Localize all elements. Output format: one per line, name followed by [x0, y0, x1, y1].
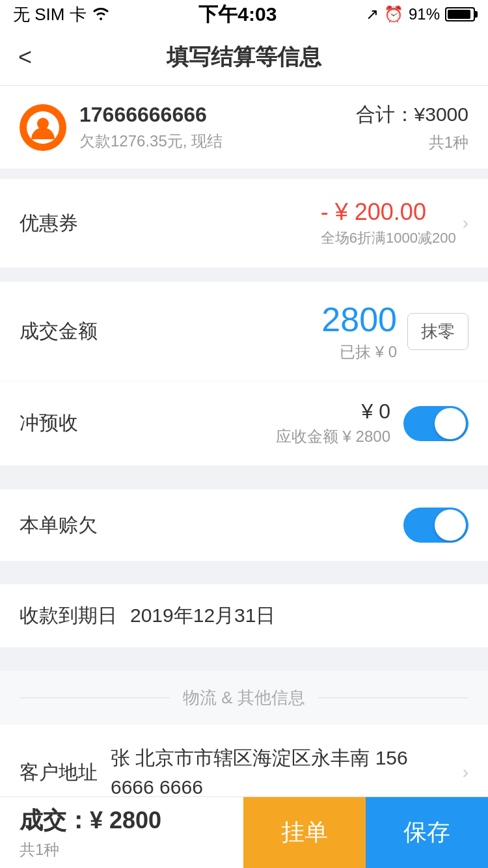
coupon-detail: - ¥ 200.00 全场6折满1000减200	[321, 198, 456, 248]
page-title: 填写结算等信息	[167, 42, 321, 72]
prepay-amount: ¥ 0	[276, 400, 390, 424]
bottom-deal-text: 成交：¥ 2800	[20, 805, 224, 837]
total-count: 共1种	[356, 132, 468, 153]
coupon-label: 优惠券	[20, 210, 78, 237]
bottom-count: 共1种	[20, 839, 224, 860]
logistics-line-left	[20, 698, 170, 698]
round-button[interactable]: 抹零	[407, 313, 468, 350]
customer-debt: 欠款1276.35元, 现结	[79, 131, 223, 152]
coupon-row[interactable]: 优惠券 - ¥ 200.00 全场6折满1000减200 ›	[0, 179, 488, 267]
content: 17666666666 欠款1276.35元, 现结 合计：¥3000 共1种 …	[0, 86, 488, 868]
status-time: 下午4:03	[198, 1, 277, 28]
section-divider-4	[0, 658, 488, 671]
logistics-divider: 物流 & 其他信息	[0, 671, 488, 725]
bottom-bar: 成交：¥ 2800 共1种 挂单 保存	[0, 796, 488, 868]
section-divider-1	[0, 269, 488, 282]
coupon-discount: - ¥ 200.00	[321, 198, 456, 226]
deal-row: 成交金额 2800 已抹 ¥ 0 抹零	[0, 282, 488, 381]
coupon-description: 全场6折满1000减200	[321, 228, 456, 248]
chevron-right-icon: ›	[463, 213, 468, 234]
section-divider-3	[0, 571, 488, 584]
deal-right: 2800 已抹 ¥ 0 抹零	[321, 300, 468, 362]
due-date-value: 2019年12月31日	[130, 603, 275, 629]
battery-icon	[445, 7, 475, 21]
logistics-text: 物流 & 其他信息	[170, 686, 318, 709]
status-bar: 无 SIM 卡 下午4:03 ↗ ⏰ 91%	[0, 0, 488, 29]
prepay-row: 冲预收 ¥ 0 应收金额 ¥ 2800	[0, 381, 488, 466]
customer-card: 17666666666 欠款1276.35元, 现结 合计：¥3000 共1种	[0, 86, 488, 169]
deal-section: 成交金额 2800 已抹 ¥ 0 抹零 冲预收 ¥ 0 应收金额 ¥ 2800	[0, 282, 488, 466]
prepay-toggle[interactable]	[403, 406, 468, 441]
status-right: ↗ ⏰ 91%	[366, 5, 475, 23]
status-left: 无 SIM 卡	[13, 3, 110, 26]
customer-info: 17666666666 欠款1276.35元, 现结	[79, 103, 223, 152]
logistics-line-right	[318, 698, 468, 698]
back-button[interactable]: <	[18, 44, 32, 71]
deal-amount: 2800	[321, 300, 397, 339]
save-button[interactable]: 保存	[366, 797, 488, 869]
hang-order-button[interactable]: 挂单	[243, 797, 366, 869]
bottom-summary: 成交：¥ 2800 共1种	[0, 805, 243, 860]
section-divider-2	[0, 476, 488, 489]
alarm-icon: ⏰	[384, 5, 403, 23]
nav-bar: < 填写结算等信息	[0, 29, 488, 86]
no-sim-text: 无 SIM 卡	[13, 3, 87, 26]
prepay-receivable: 应收金额 ¥ 2800	[276, 426, 390, 447]
customer-total: 合计：¥3000 共1种	[356, 102, 468, 153]
debt-toggle[interactable]	[403, 508, 468, 543]
customer-phone: 17666666666	[79, 103, 223, 127]
due-date-section: 收款到期日 2019年12月31日	[0, 584, 488, 647]
bottom-deal-label: 成交：	[20, 807, 90, 834]
deal-sub: 已抹 ¥ 0	[340, 342, 397, 362]
due-date-row: 收款到期日 2019年12月31日	[0, 584, 488, 647]
wifi-icon	[92, 5, 110, 25]
gps-icon: ↗	[366, 5, 379, 23]
deal-amount-col: 2800 已抹 ¥ 0	[321, 300, 397, 362]
battery-percent: 91%	[409, 5, 440, 23]
bottom-deal-amount: ¥ 2800	[90, 807, 161, 834]
due-date-label: 收款到期日	[20, 603, 117, 629]
prepay-right: ¥ 0 应收金额 ¥ 2800	[276, 400, 468, 447]
address-chevron-icon: ›	[463, 762, 468, 783]
total-amount: 合计：¥3000	[356, 102, 468, 128]
toggle-knob	[435, 408, 466, 439]
debt-label: 本单赊欠	[20, 512, 98, 539]
prepay-label: 冲预收	[20, 410, 78, 437]
coupon-right: - ¥ 200.00 全场6折满1000减200 ›	[321, 198, 468, 248]
debt-section: 本单赊欠	[0, 489, 488, 561]
customer-left: 17666666666 欠款1276.35元, 现结	[20, 103, 223, 152]
address-value: 张 北京市市辖区海淀区永丰南 156 6666 6666	[111, 743, 456, 802]
debt-row: 本单赊欠	[0, 489, 488, 561]
debt-toggle-knob	[435, 509, 466, 541]
deal-label: 成交金额	[20, 318, 98, 345]
avatar	[20, 104, 66, 151]
prepay-col: ¥ 0 应收金额 ¥ 2800	[276, 400, 390, 447]
address-label: 客户地址	[20, 759, 98, 786]
